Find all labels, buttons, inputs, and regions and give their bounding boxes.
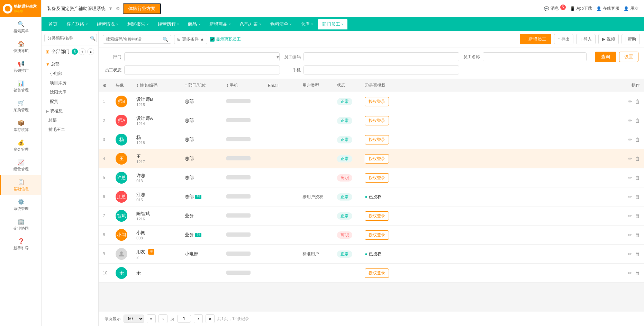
auth-login-button[interactable]: 授权登录 xyxy=(365,154,389,164)
tab-goods-close[interactable]: × xyxy=(198,23,200,26)
auth-login-button[interactable]: 授权登录 xyxy=(365,135,389,144)
edit-icon[interactable]: ✏ xyxy=(628,137,632,142)
tab-material-close[interactable]: × xyxy=(290,23,292,26)
tab-operations[interactable]: 经营情况× xyxy=(93,19,123,29)
tab-staff[interactable]: 部门员工× xyxy=(318,19,348,29)
auth-login-button[interactable]: 授权登录 xyxy=(365,116,389,125)
edit-icon[interactable]: ✏ xyxy=(628,156,632,161)
tab-warehouse-close[interactable]: × xyxy=(311,23,313,26)
tab-barcode[interactable]: 条码方案× xyxy=(236,19,265,29)
dropdown-icon[interactable]: ▼ xyxy=(108,6,113,11)
edit-icon[interactable]: ✏ xyxy=(628,251,632,257)
last-page-btn[interactable]: » xyxy=(206,314,215,323)
tab-process-close[interactable]: × xyxy=(177,23,179,26)
sidebar-item-search[interactable]: 🔍 搜索菜单 xyxy=(0,17,41,37)
filter-phone-input[interactable] xyxy=(303,65,459,74)
sidebar-item-marketing[interactable]: 📢 营销推广 xyxy=(0,57,41,77)
edit-icon[interactable]: ✏ xyxy=(628,213,632,219)
filter-dept-select[interactable] xyxy=(124,52,280,61)
per-page-select[interactable]: 50 100 xyxy=(124,315,144,323)
auth-login-button[interactable]: 授权登录 xyxy=(365,97,389,106)
auth-login-button[interactable]: 授权登录 xyxy=(365,230,389,240)
auth-login-button[interactable]: 授权登录 xyxy=(365,173,389,183)
show-resigned-checkbox[interactable] xyxy=(210,37,215,42)
sidebar-item-operations[interactable]: 📈 经营管理 xyxy=(0,156,41,175)
first-page-btn[interactable]: « xyxy=(147,314,156,323)
delete-icon[interactable]: 🗑 xyxy=(635,270,640,276)
edit-icon[interactable]: ✏ xyxy=(628,270,632,276)
online-service-button[interactable]: 👤 在线客服 xyxy=(596,6,619,11)
tab-barcode-close[interactable]: × xyxy=(259,23,261,26)
prev-page-btn[interactable]: ‹ xyxy=(158,314,167,323)
add-employee-button[interactable]: + 新增员工 xyxy=(520,34,551,44)
dept-expand-btn[interactable]: + xyxy=(79,48,86,55)
employee-search-input[interactable] xyxy=(106,37,161,42)
tab-goods[interactable]: 商品× xyxy=(184,19,205,29)
auth-login-button[interactable]: 授权登录 xyxy=(365,211,389,221)
app-download-button[interactable]: 📱 App下载 xyxy=(570,6,592,11)
view-button[interactable]: ▶ 视频 xyxy=(598,34,619,44)
delete-icon[interactable]: 🗑 xyxy=(635,99,640,104)
tab-new-goods-close[interactable]: × xyxy=(229,23,231,26)
export-button[interactable]: ↑ 导出 xyxy=(554,34,573,44)
tab-home[interactable]: 首页 xyxy=(44,19,62,29)
more-filter-button[interactable]: ⊞ 更多条件 ▲ xyxy=(174,35,207,44)
tab-profit[interactable]: 利润报告× xyxy=(123,19,153,29)
sidebar-item-guide[interactable]: ❓ 新手引导 xyxy=(0,235,41,254)
auth-login-button[interactable]: 授权登录 xyxy=(365,268,389,278)
set-button[interactable]: 设置 xyxy=(619,52,638,62)
tab-customer[interactable]: 客户联络× xyxy=(62,19,92,29)
show-resigned-toggle[interactable]: 显示离职员工 xyxy=(210,36,241,42)
delete-icon[interactable]: 🗑 xyxy=(635,118,640,123)
sidebar-item-basic[interactable]: 📋 基础信息 xyxy=(0,175,41,195)
sidebar-item-finance[interactable]: 💰 资金管理 xyxy=(0,136,41,156)
dept-tree-shenyang[interactable]: 沈阳大库 xyxy=(42,88,98,97)
dept-tree-peihuo[interactable]: 配货 xyxy=(42,97,98,106)
dept-tree-zongbu2[interactable]: 总部 xyxy=(42,116,98,125)
next-page-btn[interactable]: › xyxy=(194,314,203,323)
dept-tree-shuanglou[interactable]: ▶ 双楼想 xyxy=(42,106,98,116)
delete-icon[interactable]: 🗑 xyxy=(635,137,640,142)
delete-icon[interactable]: 🗑 xyxy=(635,232,640,238)
settings-icon[interactable]: ⚙ xyxy=(116,6,120,12)
col-phone[interactable]: ↕ 手机 xyxy=(222,79,264,92)
sidebar-item-purchase[interactable]: 🛒 采购管理 xyxy=(0,96,41,116)
sidebar-item-system[interactable]: ⚙️ 系统管理 xyxy=(0,195,41,215)
col-name[interactable]: ↕ 姓名/编码 xyxy=(132,79,181,92)
filter-status-select[interactable] xyxy=(124,65,280,74)
dept-tree-bumaowang[interactable]: 捕毛王二 xyxy=(42,125,98,134)
trial-button[interactable]: 体验行业方案 xyxy=(123,3,161,14)
tab-new-goods[interactable]: 新增商品× xyxy=(205,19,235,29)
edit-icon[interactable]: ✏ xyxy=(628,232,632,238)
tab-material[interactable]: 物料清单× xyxy=(266,19,296,29)
col-dept[interactable]: ↕ 部门/职位 xyxy=(181,79,222,92)
sidebar-item-enterprise[interactable]: 🏢 企业协同 xyxy=(0,215,41,235)
tab-staff-close[interactable]: × xyxy=(342,23,344,26)
dept-tree-xiaodian[interactable]: 小电部 xyxy=(42,69,98,78)
filter-empname-input[interactable] xyxy=(483,52,587,61)
tab-profit-close[interactable]: × xyxy=(147,23,149,26)
edit-icon[interactable]: ✏ xyxy=(628,194,632,200)
dept-search-input[interactable] xyxy=(44,34,97,42)
tab-process[interactable]: 经营历程× xyxy=(154,19,183,29)
delete-icon[interactable]: 🗑 xyxy=(635,156,640,161)
tab-customer-close[interactable]: × xyxy=(86,23,88,26)
tab-operations-close[interactable]: × xyxy=(116,23,118,26)
delete-icon[interactable]: 🗑 xyxy=(635,175,640,180)
dept-tree-xiangmu[interactable]: 项目库房 xyxy=(42,78,98,88)
dept-tree-zongbu[interactable]: ▼ 总部 xyxy=(42,60,98,69)
sidebar-item-sales[interactable]: 📊 销售管理 xyxy=(0,77,41,96)
delete-icon[interactable]: 🗑 xyxy=(635,194,640,200)
edit-icon[interactable]: ✏ xyxy=(628,118,632,123)
search-button[interactable]: 查询 xyxy=(595,52,616,62)
dept-collapse-btn[interactable]: « xyxy=(87,48,94,55)
user-button[interactable]: 👤 用友 xyxy=(624,6,638,11)
delete-icon[interactable]: 🗑 xyxy=(635,213,640,219)
sidebar-item-inventory[interactable]: 📦 库存核算 xyxy=(0,116,41,136)
sidebar-item-nav[interactable]: 🏠 快捷导航 xyxy=(0,37,41,57)
help-button[interactable]: | 帮助 xyxy=(622,34,640,44)
filter-empcode-input[interactable] xyxy=(303,52,459,61)
col-settings[interactable]: ⚙ xyxy=(99,79,111,92)
page-number-input[interactable] xyxy=(177,315,191,323)
import-button[interactable]: ↓ 导入 xyxy=(576,34,596,44)
